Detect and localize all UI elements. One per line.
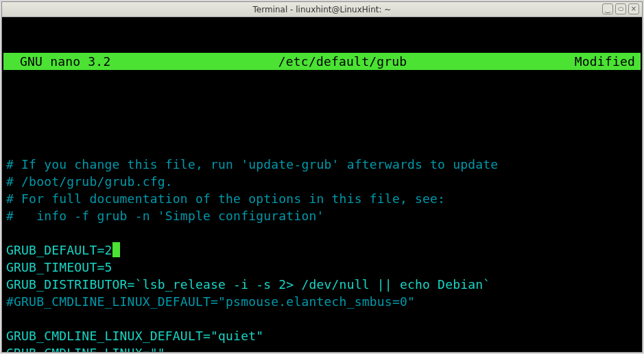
editor-line[interactable]: GRUB_DEFAULT=2 [3,241,641,259]
nano-version: GNU nano 3.2 [6,53,110,70]
editor-line[interactable]: # /boot/grub/grub.cfg. [3,173,641,190]
editor-line[interactable]: # info -f grub -n 'Simple configuration' [3,207,641,224]
window-title: Terminal - linuxhint@LinuxHint: ~ [2,5,642,14]
terminal-content[interactable]: GNU nano 3.2 /etc/default/grub Modified … [2,17,642,352]
editor-line[interactable]: # For full documentation of the options … [3,190,641,207]
editor-line[interactable]: GRUB_CMDLINE_LINUX_DEFAULT="quiet" [3,327,641,344]
editor-line[interactable]: GRUB_TIMEOUT=5 [3,259,641,276]
titlebar: Terminal - linuxhint@LinuxHint: ~ ‿ ⬭ × [2,2,642,17]
editor-line[interactable] [3,310,641,327]
window-controls: ‿ ⬭ × [602,3,639,14]
nano-header: GNU nano 3.2 /etc/default/grub Modified [3,53,641,70]
editor-line[interactable]: # If you change this file, run 'update-g… [3,156,641,173]
editor-body[interactable]: # If you change this file, run 'update-g… [3,156,641,352]
nano-filepath: /etc/default/grub [110,53,574,70]
terminal-window: Terminal - linuxhint@LinuxHint: ~ ‿ ⬭ × … [1,1,643,353]
editor-line[interactable] [3,224,641,241]
close-button[interactable]: × [628,3,639,14]
minimize-button[interactable]: ‿ [602,3,613,14]
editor-line[interactable]: GRUB_CMDLINE_LINUX="" [3,344,641,352]
editor-line[interactable]: GRUB_DISTRIBUTOR=`lsb_release -i -s 2> /… [3,276,641,293]
editor-blank-line [3,104,641,121]
editor-line[interactable]: #GRUB_CMDLINE_LINUX_DEFAULT="psmouse.ela… [3,293,641,310]
nano-modified-status: Modified [575,53,638,70]
maximize-button[interactable]: ⬭ [615,3,626,14]
cursor [112,242,120,257]
